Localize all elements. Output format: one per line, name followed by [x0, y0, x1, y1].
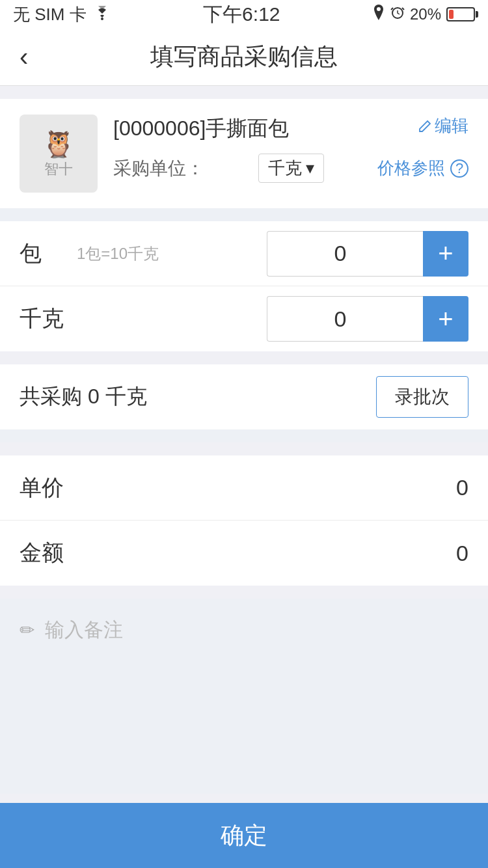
price-ref-label: 价格参照	[377, 157, 445, 180]
wifi-icon	[93, 5, 111, 25]
kg-label: 千克	[20, 304, 72, 334]
product-info: [0000006]手撕面包 编辑 采购单位： 千克 ▾ 价格参照 ?	[113, 115, 468, 183]
summary-text: 共采购 0 千克	[20, 383, 147, 411]
bag-sublabel: 1包=10千克	[77, 243, 267, 264]
divider-1	[0, 208, 488, 221]
price-section: 单价 0 金额 0	[0, 455, 488, 586]
status-left: 无 SIM 卡	[13, 3, 111, 26]
bag-input-control: +	[267, 231, 468, 277]
summary-row: 共采购 0 千克 录批次	[0, 364, 488, 429]
back-button[interactable]: ‹	[20, 42, 28, 72]
edit-label: 编辑	[435, 115, 468, 137]
unit-label: 采购单位：	[113, 156, 204, 181]
batch-button[interactable]: 录批次	[376, 376, 468, 418]
kg-plus-icon: +	[438, 305, 453, 334]
confirm-label: 确定	[221, 820, 267, 852]
bag-plus-icon: +	[438, 239, 453, 268]
bag-plus-button[interactable]: +	[423, 231, 468, 277]
amount-value: 0	[456, 541, 468, 566]
product-card: 🦉 智十 [0000006]手撕面包 编辑 采购单位： 千克 ▾ 价格参照	[0, 99, 488, 208]
amount-row: 金额 0	[0, 521, 488, 586]
svg-point-0	[101, 18, 103, 20]
page-title: 填写商品采购信息	[150, 41, 338, 73]
unit-label-text: 采购单位：	[113, 158, 204, 178]
kg-input-control: +	[267, 296, 468, 342]
remark-section[interactable]: ✏ 输入备注	[0, 599, 488, 794]
status-right: 20%	[372, 5, 475, 24]
remark-input-row: ✏ 输入备注	[20, 617, 468, 644]
bag-number-input[interactable]	[267, 231, 423, 277]
question-icon: ?	[450, 159, 468, 178]
product-name-row: [0000006]手撕面包 编辑	[113, 115, 468, 143]
alarm-icon	[390, 5, 405, 23]
location-icon	[372, 5, 385, 24]
bag-input-row: 包 1包=10千克 +	[0, 221, 488, 286]
unit-price-value: 0	[456, 475, 468, 500]
input-section: 包 1包=10千克 + 千克 +	[0, 221, 488, 351]
brand-text: 智十	[44, 161, 73, 177]
status-bar: 无 SIM 卡 下午6:12 20%	[0, 0, 488, 29]
battery-icon	[446, 7, 475, 21]
unit-value: 千克	[268, 157, 302, 180]
product-full-name: [0000006]手撕面包	[113, 115, 289, 143]
carrier-label: 无 SIM 卡	[13, 3, 87, 26]
remark-placeholder: 输入备注	[45, 617, 123, 644]
confirm-bar[interactable]: 确定	[0, 803, 488, 868]
chevron-down-icon: ▾	[306, 158, 314, 178]
battery-percent: 20%	[410, 5, 441, 23]
edit-button[interactable]: 编辑	[418, 115, 468, 137]
pencil-icon: ✏	[20, 619, 34, 641]
unit-price-row: 单价 0	[0, 455, 488, 521]
price-ref-button[interactable]: 价格参照 ?	[377, 157, 468, 180]
amount-label: 金额	[20, 538, 64, 568]
kg-plus-button[interactable]: +	[423, 296, 468, 342]
time-display: 下午6:12	[203, 1, 280, 28]
unit-price-label: 单价	[20, 473, 64, 503]
brand-icon: 🦉	[42, 129, 75, 159]
kg-input-row: 千克 +	[0, 286, 488, 351]
bag-label: 包	[20, 239, 72, 269]
divider-2	[0, 429, 488, 442]
unit-row: 采购单位： 千克 ▾ 价格参照 ?	[113, 154, 468, 183]
product-thumbnail: 🦉 智十	[20, 115, 98, 193]
nav-bar: ‹ 填写商品采购信息	[0, 29, 488, 86]
kg-number-input[interactable]	[267, 296, 423, 342]
unit-select[interactable]: 千克 ▾	[258, 154, 324, 183]
